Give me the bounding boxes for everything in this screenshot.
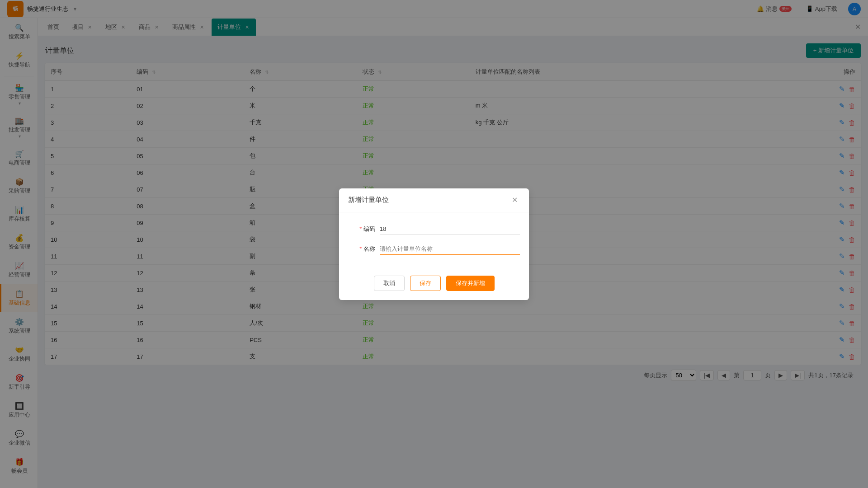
save-and-new-button[interactable]: 保存并新增 — [446, 276, 495, 291]
name-label: 名称 — [348, 245, 375, 253]
add-unit-modal: 新增计量单位 ✕ 编码 名称 取消 保存 保存并新增 — [339, 188, 529, 300]
modal-body: 编码 名称 — [339, 212, 529, 270]
modal-header: 新增计量单位 ✕ — [339, 188, 529, 212]
code-label: 编码 — [348, 225, 375, 233]
code-input[interactable] — [380, 223, 520, 235]
form-row-code: 编码 — [348, 223, 520, 235]
modal-close-btn[interactable]: ✕ — [509, 195, 520, 206]
modal-title: 新增计量单位 — [348, 196, 389, 204]
name-input[interactable] — [380, 243, 520, 255]
form-row-name: 名称 — [348, 243, 520, 255]
modal-overlay[interactable]: 新增计量单位 ✕ 编码 名称 取消 保存 保存并新增 — [0, 0, 868, 488]
save-button[interactable]: 保存 — [410, 276, 441, 291]
cancel-button[interactable]: 取消 — [374, 276, 405, 291]
modal-footer: 取消 保存 保存并新增 — [339, 270, 529, 300]
